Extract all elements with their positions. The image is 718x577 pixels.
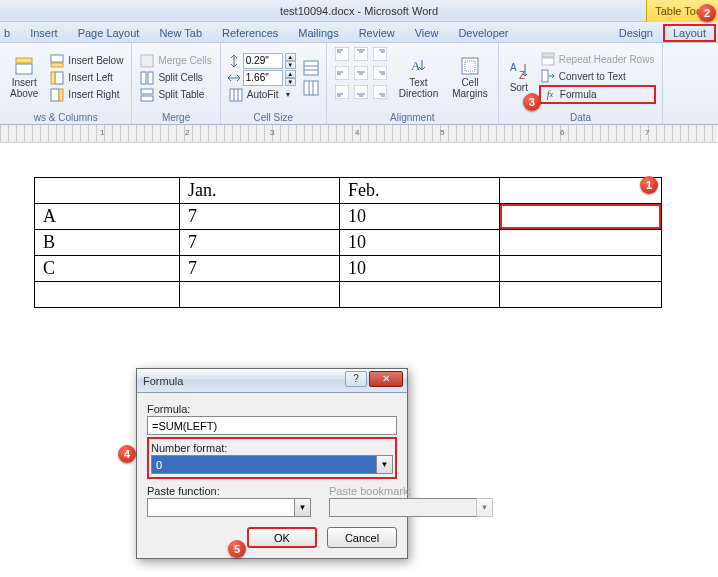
autofit-button[interactable]: AutoFit▼ [227,87,296,103]
align-top-left[interactable] [333,45,351,63]
alignment-grid[interactable] [333,45,389,110]
group-cell-size: ▲▼ ▲▼ AutoFit▼ Cell Size [221,43,327,124]
tab-home-edge[interactable]: b [2,24,20,42]
dialog-close-button[interactable]: ✕ [369,371,403,387]
tab-mailings[interactable]: Mailings [288,24,348,42]
sort-icon: AZ [509,61,529,81]
chevron-down-icon: ▼ [476,498,493,517]
table-cell[interactable] [180,282,340,308]
cell-margins-button[interactable]: Cell Margins [448,45,492,110]
split-table-button[interactable]: Split Table [138,87,213,103]
table-cell-selected[interactable] [500,204,662,230]
ruler-tick-5: 5 [440,128,444,137]
chevron-down-icon[interactable]: ▼ [376,455,393,474]
tab-references[interactable]: References [212,24,288,42]
distribute-cols-button[interactable] [302,79,320,97]
number-format-combo[interactable]: ▼ [151,455,393,474]
convert-to-text-button[interactable]: Convert to Text [539,68,657,84]
document-area[interactable]: Jan. Feb. A 7 10 B 7 10 C 7 10 1 [0,143,718,308]
formula-button[interactable]: fxFormula [539,85,657,104]
callout-badge-2: 2 [698,4,716,22]
distribute-rows-button[interactable] [302,59,320,77]
align-bot-left[interactable] [333,83,351,101]
tab-design[interactable]: Design [609,24,663,42]
repeat-header-rows-button[interactable]: Repeat Header Rows [539,51,657,67]
window-titlebar: test10094.docx - Microsoft Word Table To… [0,0,718,22]
col-width-input[interactable] [243,70,283,86]
word-table[interactable]: Jan. Feb. A 7 10 B 7 10 C 7 10 [34,177,662,308]
formula-icon: fx [543,88,557,102]
table-cell[interactable] [500,178,662,204]
col-width-steppers[interactable]: ▲▼ [285,70,296,86]
number-format-input[interactable] [151,455,376,474]
svg-rect-50 [462,58,478,74]
svg-rect-7 [59,89,63,101]
tab-developer[interactable]: Developer [448,24,518,42]
group-alignment: A Text Direction Cell Margins Alignment [327,43,499,124]
paste-function-combo[interactable]: ▼ [147,498,311,517]
dialog-titlebar[interactable]: Formula ? ✕ [137,369,407,393]
horizontal-ruler[interactable]: 1 2 3 4 5 6 7 [0,125,718,143]
formula-input[interactable] [147,416,397,435]
tab-view[interactable]: View [405,24,449,42]
table-cell[interactable]: 10 [340,230,500,256]
table-cell[interactable]: B [35,230,180,256]
table-cell[interactable]: Feb. [340,178,500,204]
text-direction-icon: A [408,56,428,76]
table-cell[interactable] [500,282,662,308]
cancel-button[interactable]: Cancel [327,527,397,548]
tab-page-layout[interactable]: Page Layout [68,24,150,42]
dialog-help-button[interactable]: ? [345,371,367,387]
formula-field-label: Formula: [147,403,397,415]
chevron-down-icon[interactable]: ▼ [294,498,311,517]
align-mid-left[interactable] [333,64,351,82]
table-cell[interactable]: 7 [180,256,340,282]
insert-left-button[interactable]: Insert Left [48,70,125,86]
align-bot-center[interactable] [352,83,370,101]
align-top-center[interactable] [352,45,370,63]
row-height-icon [227,54,241,68]
tab-layout[interactable]: Layout [663,24,716,42]
ok-button[interactable]: OK [247,527,317,548]
insert-above-button[interactable]: Insert Above [6,45,42,110]
ruler-tick-7: 7 [645,128,649,137]
merge-cells-button[interactable]: Merge Cells [138,53,213,69]
table-cell[interactable]: C [35,256,180,282]
svg-rect-11 [141,89,153,94]
align-mid-center[interactable] [352,64,370,82]
table-cell[interactable]: 7 [180,204,340,230]
table-cell[interactable] [35,178,180,204]
table-cell[interactable]: 10 [340,256,500,282]
merge-cells-label: Merge Cells [158,55,211,66]
row-height-spinner[interactable]: ▲▼ [227,53,296,69]
tab-review[interactable]: Review [349,24,405,42]
table-cell[interactable]: 7 [180,230,340,256]
table-cell[interactable] [500,256,662,282]
table-cell[interactable] [340,282,500,308]
col-width-spinner[interactable]: ▲▼ [227,70,296,86]
align-mid-right[interactable] [371,64,389,82]
callout-badge-4: 4 [118,445,136,463]
insert-right-button[interactable]: Insert Right [48,87,125,103]
align-bot-right[interactable] [371,83,389,101]
svg-rect-34 [354,66,368,80]
table-cell[interactable]: A [35,204,180,230]
table-cell[interactable] [500,230,662,256]
callout-badge-3: 3 [523,93,541,111]
tab-new-tab[interactable]: New Tab [149,24,212,42]
svg-rect-37 [373,66,387,80]
row-height-steppers[interactable]: ▲▼ [285,53,296,69]
paste-function-input[interactable] [147,498,294,517]
group-merge-label: Merge [138,110,213,124]
align-top-right[interactable] [371,45,389,63]
table-cell[interactable] [35,282,180,308]
table-cell[interactable]: 10 [340,204,500,230]
text-direction-button[interactable]: A Text Direction [395,45,442,110]
tab-insert[interactable]: Insert [20,24,68,42]
split-cells-button[interactable]: Split Cells [138,70,213,86]
table-cell[interactable]: Jan. [180,178,340,204]
insert-below-button[interactable]: Insert Below [48,53,125,69]
group-cell-size-label: Cell Size [227,110,320,124]
table-row [35,282,662,308]
row-height-input[interactable] [243,53,283,69]
